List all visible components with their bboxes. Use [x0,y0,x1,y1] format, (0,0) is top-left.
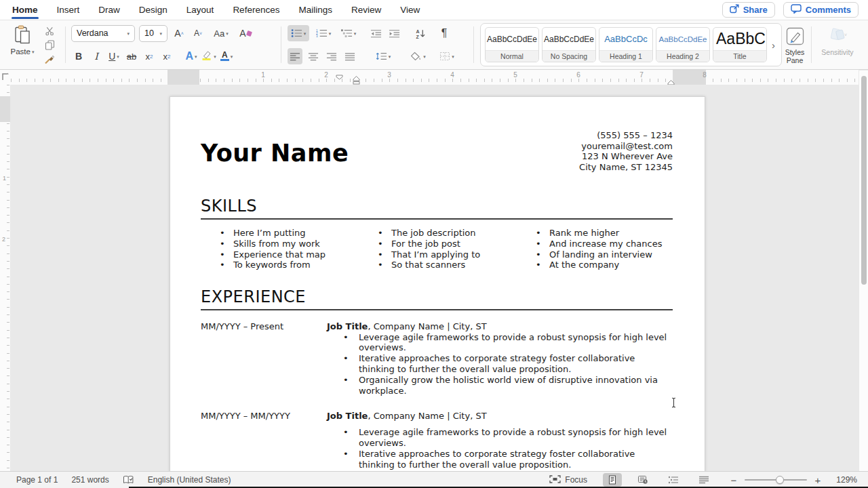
shrink-font-button[interactable]: A˅ [191,25,205,41]
style-heading-2[interactable]: AaBbCcDdEe Heading 2 [656,27,710,62]
font-name-select[interactable]: Verdana▾ [71,25,135,42]
zoom-in-button[interactable]: + [813,474,823,486]
style-heading-1[interactable]: AaBbCcDc Heading 1 [599,27,653,62]
page-count[interactable]: Page 1 of 1 [16,475,58,485]
multilevel-list-button[interactable]: ▾ [338,25,359,41]
paste-icon [14,25,31,46]
tab-selector-icon[interactable] [1,72,9,84]
comments-button[interactable]: Comments [783,2,859,18]
clipboard-small-buttons [42,23,57,66]
list-item: To keywords from [213,260,371,270]
italic-button[interactable]: I [89,48,104,64]
cut-button[interactable] [42,24,57,37]
style-normal[interactable]: AaBbCcDdEe Normal [485,27,539,62]
underline-button[interactable]: U▾ [106,48,121,64]
style-no-spacing[interactable]: AaBbCcDdEe No Spacing [542,27,596,62]
paragraph-marks-button[interactable]: ¶ [437,25,452,41]
format-painter-button[interactable] [42,53,57,66]
skills-heading: SKILLS [201,197,673,216]
change-case-button[interactable]: Aa▾ [214,25,229,41]
svg-text:3: 3 [316,35,318,38]
tab-mailings[interactable]: Mailings [289,0,342,20]
highlight-button[interactable]: ▾ [201,48,216,64]
share-button[interactable]: Share [722,2,775,18]
contact-address: 123 N Wherever Ave [579,151,673,162]
zoom-out-button[interactable]: − [729,474,738,486]
strikethrough-button[interactable]: ab [124,48,139,64]
tab-draw[interactable]: Draw [89,0,130,20]
align-right-button[interactable] [324,48,339,64]
grow-font-button[interactable]: A˄ [172,25,186,41]
vertical-scrollbar[interactable] [859,70,868,471]
styles-pane-button[interactable]: Styles Pane [777,23,812,64]
group-divider [473,26,474,63]
list-item: So that scanners [371,260,529,270]
tab-view[interactable]: View [391,0,429,20]
bullets-button[interactable]: ▾ [288,25,309,41]
more-styles-button[interactable]: › [770,39,777,51]
numbering-button[interactable]: 123▾ [313,25,334,41]
tab-references[interactable]: References [223,0,289,20]
highlighter-icon [201,50,212,62]
experience-title: Job Title, Company Name | City, ST [327,321,673,332]
left-margin-area [167,70,199,85]
list-item: Iterative approaches to corporate strate… [327,353,673,375]
section-rule [201,309,673,310]
decrease-indent-button[interactable] [368,25,383,41]
tab-review[interactable]: Review [342,0,391,20]
skills-columns: Here I’m putting Skills from my work Exp… [213,228,673,270]
borders-button[interactable]: ▾ [435,48,458,64]
draft-view-button[interactable] [694,473,713,487]
tab-design[interactable]: Design [130,0,177,20]
menu-bar: Home Insert Draw Design Layout Reference… [0,0,868,20]
word-count[interactable]: 251 words [71,475,108,485]
first-line-indent-marker[interactable] [336,70,343,83]
zoom-slider[interactable] [745,479,807,481]
clear-formatting-button[interactable]: A [238,25,253,41]
experience-entry: MM/YYYY – MM/YYYY Job Title, Company Nam… [201,411,673,470]
paste-button[interactable]: Paste▾ [7,23,38,66]
font-color-button[interactable]: A▾ [219,48,234,64]
zoom-slider-thumb[interactable] [776,476,784,484]
tab-insert[interactable]: Insert [47,0,90,20]
web-layout-view-button[interactable] [633,473,652,487]
bold-button[interactable]: B [71,48,86,64]
subscript-button[interactable]: x2 [142,48,157,64]
zoom-level[interactable]: 129% [833,475,857,485]
align-left-button[interactable] [288,48,302,64]
document-page[interactable]: Your Name (555) 555 – 1234 youremail@tes… [170,96,705,471]
focus-icon [549,475,561,485]
tab-layout[interactable]: Layout [177,0,224,20]
experience-heading: EXPERIENCE [201,288,673,307]
focus-toggle[interactable]: Focus [549,475,587,485]
list-item: Here I’m putting [213,228,371,239]
align-center-button[interactable] [306,48,321,64]
list-item: Rank me higher [529,228,673,239]
shading-button[interactable]: ▾ [408,48,429,64]
chevron-down-icon: ▾ [195,54,197,59]
chevron-down-icon: ▾ [117,54,119,59]
contact-city: City Name, ST 12345 [579,162,673,173]
svg-text:˅: ˅ [844,33,847,37]
line-spacing-button[interactable]: ▾ [372,48,395,64]
right-indent-marker[interactable] [667,76,675,85]
outline-view-button[interactable] [664,473,683,487]
sort-button[interactable]: AZ [413,25,428,41]
copy-button[interactable] [42,39,57,52]
style-title[interactable]: AaBbC Title [713,27,767,62]
tab-home[interactable]: Home [3,0,47,20]
text-effects-button[interactable]: A▾ [184,48,199,64]
font-size-select[interactable]: 10▾ [139,25,167,42]
scrollbar-thumb[interactable] [861,76,867,285]
contact-email: youremail@test.com [579,141,673,152]
hanging-indent-marker[interactable] [353,75,360,85]
language-status[interactable]: English (United States) [148,475,231,485]
justify-button[interactable] [342,48,357,64]
ribbon-tabs: Home Insert Draw Design Layout Reference… [0,0,429,20]
chevron-down-icon: ▾ [231,54,233,59]
print-layout-view-button[interactable] [603,473,622,487]
increase-indent-button[interactable] [387,25,401,41]
proofing-icon[interactable] [123,475,134,485]
superscript-button[interactable]: x2 [159,48,174,64]
experience-entry: MM/YYYY – Present Job Title, Company Nam… [201,321,673,396]
